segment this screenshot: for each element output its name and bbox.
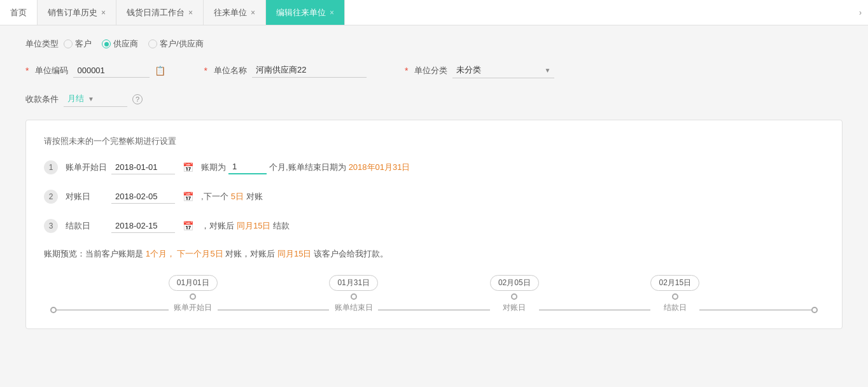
timeline-line-5 <box>699 309 811 311</box>
step-1-desc: 账期为 个月,账单结束日期为 2018年01月31日 <box>201 160 410 174</box>
radio-supplier-circle <box>102 39 111 48</box>
unit-category-field: * 单位分类 未分类 ▼ <box>405 62 554 78</box>
unit-name-label: 单位名称 <box>214 65 247 76</box>
unit-info-row: * 单位编码 📋 * 单位名称 * 单位分类 未分类 ▼ <box>25 62 843 78</box>
timeline-dot-4 <box>672 293 678 300</box>
step-3-desc-suffix: 结款 <box>273 220 290 232</box>
step-2-highlight: 5日 <box>231 191 244 202</box>
step-1-desc-suffix: 个月,账单结束日期为 <box>269 162 346 173</box>
step-1-calendar-icon[interactable]: 📅 <box>183 162 193 172</box>
timeline-end-node <box>811 307 818 313</box>
radio-customer[interactable]: 客户 <box>64 38 92 50</box>
payment-terms-label: 收款条件 <box>25 94 59 105</box>
timeline-box-3: 02月05日 <box>490 275 539 291</box>
unit-name-star: * <box>204 66 207 76</box>
radio-customer-label: 客户 <box>75 38 92 50</box>
tab-chevron-right[interactable]: › <box>853 0 868 25</box>
timeline-node-3: 02月05日 对账日 <box>490 275 539 313</box>
unit-code-label: 单位编码 <box>35 65 68 76</box>
tab-home[interactable]: 首页 <box>0 0 38 25</box>
tab-home-label: 首页 <box>10 7 27 18</box>
settings-card: 请按照未来的一个完整帐期进行设置 1 账单开始日 📅 账期为 个月,账单结束日期… <box>25 120 843 329</box>
timeline-node-1: 01月01日 账单开始日 <box>169 275 218 313</box>
preview-end: 该客户会给我打款。 <box>314 249 388 258</box>
step-2-desc: ,下一个 5日 对账 <box>201 191 263 202</box>
payment-terms-value: 月结 <box>67 93 84 104</box>
timeline-label-1: 账单开始日 <box>174 302 212 313</box>
unit-category-select[interactable]: 未分类 ▼ <box>452 62 554 78</box>
step-2-num: 2 <box>44 190 58 204</box>
tab-edit-partner[interactable]: 编辑往来单位 × <box>266 0 345 25</box>
tab-cash-work-label: 钱货日清工作台 <box>127 7 185 18</box>
unit-type-label: 单位类型 <box>25 38 59 50</box>
step-1-period-input[interactable] <box>228 160 267 174</box>
tab-sales-history-label: 销售订单历史 <box>48 7 97 18</box>
payment-terms-row: 收款条件 月结 ▼ ? <box>25 91 843 107</box>
radio-supplier-label: 供应商 <box>113 38 138 50</box>
timeline-box-1: 01月01日 <box>169 275 218 291</box>
tab-edit-partner-label: 编辑往来单位 <box>276 7 326 18</box>
card-title: 请按照未来的一个完整帐期进行设置 <box>44 136 824 147</box>
payment-terms-select[interactable]: 月结 ▼ <box>64 91 127 107</box>
step-1-desc-prefix: 账期为 <box>201 162 226 173</box>
step-2-row: 2 对账日 📅 ,下一个 5日 对账 <box>44 190 824 204</box>
tab-bar: 首页 销售订单历史 × 钱货日清工作台 × 往来单位 × 编辑往来单位 × › <box>0 0 868 25</box>
unit-code-field: * 单位编码 📋 <box>25 64 165 78</box>
step-1-label: 账单开始日 <box>66 162 104 173</box>
tab-partner-list-close[interactable]: × <box>251 8 255 17</box>
timeline-start-dot <box>50 307 57 313</box>
tab-sales-history[interactable]: 销售订单历史 × <box>38 0 116 25</box>
step-1-date-input[interactable] <box>111 160 175 174</box>
preview-reconcile-day: 下一个月5日 <box>177 249 223 258</box>
step-2-desc-suffix: 对账 <box>246 191 263 202</box>
payment-terms-chevron-icon: ▼ <box>88 95 94 102</box>
unit-category-label: 单位分类 <box>414 65 447 76</box>
timeline-box-2: 01月31日 <box>329 275 378 291</box>
step-3-desc-prefix: ，对账后 <box>201 220 234 232</box>
preview-label: 账期预览：当前客户账期是 <box>44 249 143 258</box>
timeline-node-2: 01月31日 账单结束日 <box>329 275 378 313</box>
tab-cash-work[interactable]: 钱货日清工作台 × <box>116 0 204 25</box>
preview-mid: 对账，对账后 <box>225 249 275 258</box>
copy-icon[interactable]: 📋 <box>155 66 165 76</box>
step-3-num: 3 <box>44 219 58 233</box>
tab-cash-work-close[interactable]: × <box>188 8 193 17</box>
radio-both-circle <box>148 39 157 48</box>
step-1-row: 1 账单开始日 📅 账期为 个月,账单结束日期为 2018年01月31日 <box>44 160 824 174</box>
step-2-date-input[interactable] <box>111 190 175 204</box>
step-3-row: 3 结款日 📅 ，对账后 同月15日 结款 <box>44 219 824 233</box>
step-3-date-input[interactable] <box>111 219 175 233</box>
unit-name-field: * 单位名称 <box>204 64 366 78</box>
timeline: 01月01日 账单开始日 01月31日 账单结束日 02月05日 对账日 <box>44 275 824 313</box>
step-3-label: 结款日 <box>66 220 104 232</box>
unit-type-row: 单位类型 客户 供应商 客户/供应商 <box>25 38 843 50</box>
step-1-num: 1 <box>44 160 58 174</box>
timeline-line-3 <box>378 309 490 311</box>
timeline-label-3: 对账日 <box>503 302 526 313</box>
tab-sales-history-close[interactable]: × <box>101 8 106 17</box>
unit-code-input[interactable] <box>73 64 150 78</box>
unit-category-value: 未分类 <box>456 64 481 76</box>
timeline-dot-2 <box>351 293 357 300</box>
tab-partner-list[interactable]: 往来单位 × <box>204 0 266 25</box>
timeline-label-4: 结款日 <box>664 302 687 313</box>
unit-category-star: * <box>405 66 408 76</box>
tab-edit-partner-close[interactable]: × <box>330 8 334 17</box>
radio-both-label: 客户/供应商 <box>160 38 204 50</box>
timeline-label-2: 账单结束日 <box>335 302 373 313</box>
unit-type-field: 单位类型 客户 供应商 客户/供应商 <box>25 38 204 50</box>
preview-period: 1个月， <box>146 249 175 258</box>
step-2-calendar-icon[interactable]: 📅 <box>183 192 193 202</box>
timeline-node-4: 02月15日 结款日 <box>650 275 699 313</box>
preview-payment-day: 同月15日 <box>277 249 311 258</box>
help-icon[interactable]: ? <box>132 94 143 104</box>
timeline-dot-3 <box>511 293 517 300</box>
radio-supplier[interactable]: 供应商 <box>102 38 138 50</box>
timeline-line-4 <box>539 309 651 311</box>
step-1-highlight: 2018年01月31日 <box>349 162 410 173</box>
preview-text: 账期预览：当前客户账期是 1个月， 下一个月5日 对账，对账后 同月15日 该客… <box>44 248 824 260</box>
step-3-calendar-icon[interactable]: 📅 <box>183 221 193 231</box>
unit-name-input[interactable] <box>252 64 367 78</box>
radio-both[interactable]: 客户/供应商 <box>148 38 204 50</box>
radio-customer-circle <box>64 39 73 48</box>
